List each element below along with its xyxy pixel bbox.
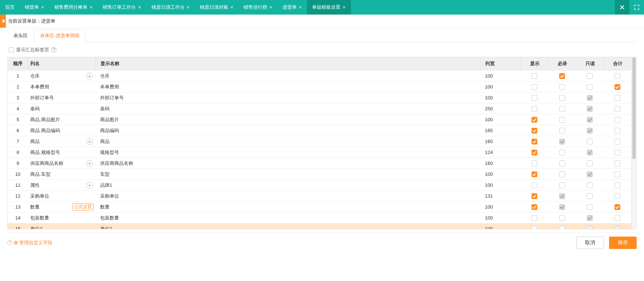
cancel-button[interactable]: 取消 — [576, 237, 604, 249]
add-icon[interactable]: + — [86, 138, 93, 145]
table-row[interactable]: 5商品.商品图片商品图片100 — [8, 114, 631, 125]
checkbox[interactable] — [532, 226, 537, 229]
cell-width[interactable]: 124 — [481, 150, 521, 155]
tab-首页[interactable]: 首页 — [0, 0, 20, 15]
checkbox[interactable] — [532, 215, 537, 221]
checkbox[interactable] — [532, 84, 537, 90]
checkbox[interactable] — [615, 84, 620, 90]
checkbox[interactable] — [587, 84, 593, 90]
checkbox[interactable] — [587, 161, 593, 166]
table-row[interactable]: 4条码条码250 — [8, 103, 631, 114]
close-icon[interactable]: × — [41, 4, 44, 10]
cell-display[interactable]: 采购单位 — [96, 193, 481, 199]
table-row[interactable]: 14包装数量包装数量100 — [8, 212, 631, 223]
cell-width[interactable]: 100 — [481, 171, 521, 177]
cell-width[interactable]: 100 — [481, 117, 521, 122]
close-icon[interactable]: × — [138, 4, 141, 10]
checkbox[interactable] — [615, 150, 620, 155]
tab-进货单[interactable]: 进货单× — [277, 0, 307, 15]
tab-body-area[interactable]: 表体区-进货单明细 — [34, 29, 86, 42]
help-icon[interactable]: ? — [7, 240, 12, 245]
cell-display[interactable]: 商品 — [96, 138, 481, 145]
cell-display[interactable]: 外部订单号 — [96, 95, 481, 101]
table-row[interactable]: 7商品+商品160 — [8, 136, 631, 147]
checkbox[interactable] — [559, 84, 565, 90]
checkbox[interactable] — [532, 95, 537, 101]
checkbox[interactable] — [532, 204, 537, 210]
checkbox[interactable] — [615, 73, 620, 79]
table-row[interactable]: 13数量公式设置数量100 — [8, 201, 631, 212]
close-icon[interactable]: × — [269, 4, 272, 10]
cell-width[interactable]: 160 — [481, 161, 521, 166]
cell-display[interactable]: 规格型号 — [96, 149, 481, 156]
table-row[interactable]: 15单位2单位2100 — [8, 223, 631, 229]
cell-display[interactable]: 商品编码 — [96, 127, 481, 134]
cell-display[interactable]: 包装数量 — [96, 215, 481, 221]
checkbox[interactable] — [615, 95, 620, 101]
checkbox[interactable] — [615, 193, 620, 199]
cell-width[interactable]: 160 — [481, 139, 521, 144]
cell-width[interactable]: 100 — [481, 204, 521, 210]
checkbox[interactable] — [559, 117, 565, 123]
checkbox[interactable] — [532, 128, 537, 134]
checkbox[interactable] — [615, 171, 620, 177]
expand-toggle[interactable] — [0, 15, 6, 28]
checkbox[interactable] — [615, 204, 620, 210]
checkbox[interactable] — [615, 161, 620, 166]
close-icon[interactable]: × — [187, 4, 190, 10]
checkbox[interactable] — [587, 193, 593, 199]
tab-header-area[interactable]: 表头区 — [7, 29, 34, 42]
cell-width[interactable]: 100 — [481, 84, 521, 90]
close-all-tabs-button[interactable] — [615, 0, 629, 15]
checkbox[interactable] — [532, 106, 537, 112]
cell-width[interactable]: 250 — [481, 106, 521, 111]
checkbox[interactable] — [532, 117, 537, 123]
checkbox[interactable] — [559, 161, 565, 166]
checkbox[interactable] — [532, 73, 537, 79]
cell-width[interactable]: 100 — [481, 182, 521, 188]
checkbox[interactable] — [559, 226, 565, 229]
checkbox[interactable] — [587, 204, 593, 210]
tab-销货单[interactable]: 销货单× — [20, 0, 49, 15]
add-icon[interactable]: + — [86, 73, 93, 79]
fullscreen-button[interactable] — [629, 0, 644, 15]
checkbox[interactable] — [587, 73, 593, 79]
checkbox[interactable] — [587, 139, 593, 145]
checkbox[interactable] — [559, 128, 565, 134]
cell-width[interactable]: 100 — [481, 215, 521, 221]
table-row[interactable]: 2本单费用本单费用100 — [8, 81, 631, 92]
checkbox[interactable] — [532, 150, 537, 155]
tab-单据模板设置[interactable]: 单据模板设置× — [307, 0, 351, 15]
checkbox[interactable] — [615, 106, 620, 112]
checkbox[interactable] — [532, 182, 537, 188]
table-row[interactable]: 12采购单位采购单位131 — [8, 190, 631, 201]
cell-display[interactable]: 商品图片 — [96, 116, 481, 123]
checkbox[interactable] — [532, 139, 537, 145]
close-icon[interactable]: × — [230, 4, 233, 10]
checkbox[interactable] — [615, 128, 620, 134]
tab-销售排行榜[interactable]: 销售排行榜× — [238, 0, 277, 15]
tab-销售订单工作台[interactable]: 销售订单工作台× — [98, 0, 146, 15]
checkbox[interactable] — [587, 182, 593, 188]
checkbox[interactable] — [615, 182, 620, 188]
checkbox[interactable] — [559, 171, 565, 177]
tab-钱货日清对账[interactable]: 钱货日清对账× — [195, 0, 238, 15]
manage-custom-fields-link[interactable]: 管理自定义字段 — [19, 240, 52, 246]
cell-width[interactable]: 131 — [481, 193, 521, 199]
help-icon[interactable]: ? — [51, 47, 56, 52]
save-button[interactable]: 保存 — [609, 237, 637, 249]
cell-display[interactable]: 单位2 — [96, 226, 481, 229]
cell-width[interactable]: 100 — [481, 226, 521, 229]
table-row[interactable]: 1仓库+仓库100 — [8, 70, 631, 81]
cell-display[interactable]: 仓库 — [96, 73, 481, 79]
table-row[interactable]: 3外部订单号外部订单号100 — [8, 92, 631, 103]
checkbox[interactable] — [615, 215, 620, 221]
table-row[interactable]: 10商品.车型车型100 — [8, 169, 631, 179]
tab-销售费用分摊单[interactable]: 销售费用分摊单× — [49, 0, 98, 15]
cell-display[interactable]: 数量 — [96, 204, 481, 210]
cell-display[interactable]: 本单费用 — [96, 84, 481, 90]
checkbox[interactable] — [559, 95, 565, 101]
cell-width[interactable]: 100 — [481, 95, 521, 100]
table-row[interactable]: 9供应商商品名称+供应商商品名称160 — [8, 158, 631, 169]
checkbox[interactable] — [559, 182, 565, 188]
